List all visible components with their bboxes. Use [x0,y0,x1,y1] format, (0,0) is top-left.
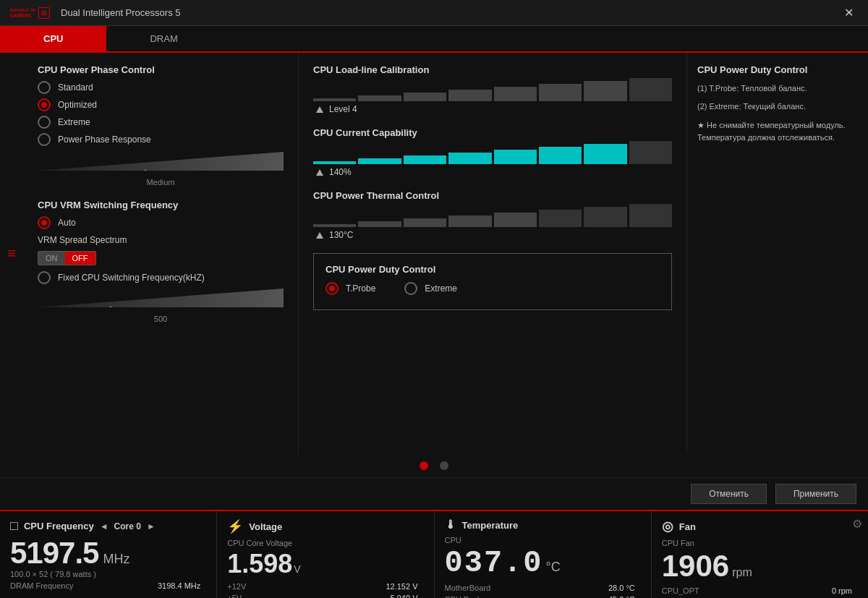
svg-point-5 [43,12,45,13]
vrm-option-fixed[interactable]: Fixed CPU Switching Frequency(kHZ) [38,271,284,284]
temperature-panel: 🌡 Temperature CPU 037.0 °C MotherBoard 2… [435,511,652,598]
vrm-radio-auto [38,216,51,229]
voltage-row-5v: +5V 5.040 V [227,594,423,598]
vrm-radio-fixed [38,271,51,284]
thermal-section: CPU Power Thermal Control 130°C [313,190,672,240]
cpu-freq-value-row: 5197.5 MHz [10,538,206,568]
phase-slider[interactable]: Medium [38,152,284,187]
current-cap-value-row: 140% [313,167,672,177]
temp-title-text: Temperature [462,520,519,531]
fan-row-opt: CPU_OPT 0 rpm [662,586,858,595]
duty-option-extreme[interactable]: Extreme [404,282,457,295]
title-bar: REPUBLIC OF GAMERS Dual Intelligent Proc… [0,0,868,26]
vrm-slider-label: 500 [38,315,284,323]
voltage-unit: V [294,563,300,575]
duty-radio-extreme [404,282,417,295]
app-title: Dual Intelligent Processors 5 [61,7,838,18]
apply-button[interactable]: Применить [775,484,856,504]
right-panel-line1: (1) T.Probe: Тепловой баланс. [697,82,858,95]
duty-option-tprobe[interactable]: T.Probe [326,282,375,295]
cpu-freq-panel: □ CPU Frequency ◄ Core 0 ► 5197.5 MHz 10… [0,511,217,598]
fan-unit: rpm [732,566,752,579]
temp-title: 🌡 Temperature [445,518,641,531]
thermal-thumb [316,232,323,239]
dot-2[interactable] [440,461,448,470]
spread-spectrum-toggle-btn[interactable]: ON OFF [38,251,96,265]
phase-control-title: CPU Power Phase Control [38,64,284,75]
core-nav: ◄ Core 0 ► [100,521,156,531]
load-line-thumb [316,106,323,113]
core-name: Core 0 [114,521,141,531]
vrm-option-auto[interactable]: Auto [38,216,284,229]
fan-title-text: Fan [679,521,696,532]
spread-spectrum-buttons: ON OFF [38,251,284,265]
load-line-value: Level 4 [329,104,357,114]
phase-radio-extreme [38,116,51,129]
phase-slider-label: Medium [38,178,284,187]
cpu-freq-sub: 100.0 × 52 ( 79.8 watts ) [10,570,206,578]
voltage-row-12v: +12V 12.152 V [227,582,423,591]
phase-label-response: Power Phase Response [58,134,151,145]
phase-label-extreme: Extreme [58,117,90,127]
cancel-button[interactable]: Отменить [691,484,767,504]
spread-spectrum-label: VRM Spread Spectrum [38,235,127,245]
phase-option-optimized[interactable]: Optimized [38,98,284,111]
page-dots [0,454,868,477]
phase-radio-standard [38,81,51,94]
gear-icon[interactable]: ⚙ [852,517,862,531]
core-prev-btn[interactable]: ◄ [100,521,109,531]
cpu-fan-label: CPU Fan [662,539,858,547]
thermal-value: 130°C [329,230,354,240]
temp-value-row: 037.0 °C [445,546,641,581]
tab-dram[interactable]: DRAM [106,26,221,51]
svg-text:REPUBLIC OF: REPUBLIC OF [10,7,36,12]
main-content: ≡ CPU Power Phase Control Standard Optim… [0,53,868,454]
voltage-icon: ⚡ [227,518,243,534]
cpu-freq-title: □ CPU Frequency ◄ Core 0 ► [10,518,206,534]
svg-text:GAMERS: GAMERS [10,13,32,18]
sidebar-toggle[interactable]: ≡ [0,53,23,454]
spread-spectrum-toggle: VRM Spread Spectrum [38,235,284,245]
temp-icon: 🌡 [445,518,456,531]
phase-option-response[interactable]: Power Phase Response [38,133,284,146]
right-panel-line2: (2) Extreme: Текущий баланс. [697,101,858,113]
temp-big-value: 037.0 [445,546,543,581]
vrm-freq-section: CPU VRM Switching Frequency Auto VRM Spr… [38,200,284,323]
toggle-off-btn[interactable]: OFF [65,252,95,265]
dram-freq-row: DRAM Frequency 3198.4 MHz [10,581,206,590]
temp-row-mb: MotherBoard 28.0 °C [445,584,641,592]
fan-icon: ◎ [662,518,673,534]
close-button[interactable]: ✕ [838,3,859,22]
right-panel: CPU Power Duty Control (1) T.Probe: Тепл… [687,53,868,454]
voltage-title: ⚡ Voltage [227,518,423,534]
duty-control-box: CPU Power Duty Control T.Probe Extreme [313,253,672,310]
right-panel-note: ★ Не снимайте температурный модуль. Темп… [697,119,858,143]
duty-label-tprobe: T.Probe [346,283,375,294]
phase-radio-group: Standard Optimized Extreme Power Phase R… [38,81,284,146]
core-next-btn[interactable]: ► [147,521,156,531]
vrm-label-fixed: Fixed CPU Switching Frequency(kHZ) [58,273,205,283]
phase-control-section: CPU Power Phase Control Standard Optimiz… [38,64,284,187]
phase-option-standard[interactable]: Standard [38,81,284,94]
dot-1[interactable] [420,461,428,470]
load-line-value-row: Level 4 [313,104,672,114]
middle-panel: CPU Load-line Calibration Level 4 [298,53,687,454]
thermal-title: CPU Power Thermal Control [313,190,672,201]
vrm-label-auto: Auto [58,218,76,228]
phase-option-extreme[interactable]: Extreme [38,116,284,129]
toggle-on-btn[interactable]: ON [38,252,65,265]
menu-icon: ≡ [7,245,16,262]
phase-radio-optimized [38,98,51,111]
fan-title: ◎ Fan [662,518,858,534]
fan-panel: ⚙ ◎ Fan CPU Fan 1906 rpm CPU_OPT 0 rpm C… [652,511,868,598]
cpu-freq-value: 5197.5 [10,538,98,568]
cpu-freq-unit: MHz [103,552,129,567]
duty-control-title: CPU Power Duty Control [326,264,660,275]
cpu-freq-icon: □ [10,518,18,534]
phase-label-optimized: Optimized [58,100,97,110]
vrm-slider[interactable]: 500 [38,289,284,323]
cpu-core-voltage-label: CPU Core Voltage [227,539,423,547]
vrm-freq-title: CPU VRM Switching Frequency [38,200,284,210]
tab-cpu[interactable]: CPU [0,26,106,51]
voltage-value-row: 1.598 V [227,549,423,579]
